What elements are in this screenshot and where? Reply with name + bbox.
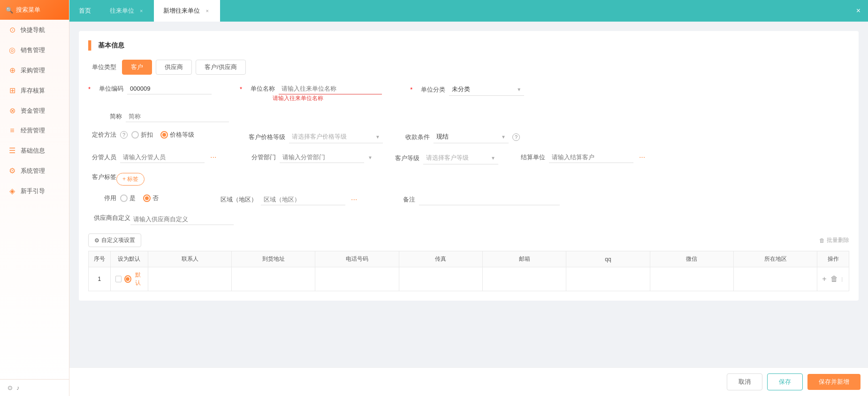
sales-icon: ◎ (8, 46, 17, 54)
sidebar-item-inventory[interactable]: ⊞ 库存核算 (0, 80, 69, 101)
disabled-row: 停用 是 否 区域（地区） ··· (88, 194, 849, 205)
dept-chevron-icon: ▼ (368, 155, 373, 160)
dept-label: 分管部门 (248, 153, 276, 162)
unit-name-label: 单位名称 (247, 85, 275, 93)
sidebar-bottom: ⊙ ♪ (0, 379, 69, 396)
sidebar-item-new-guide[interactable]: ◈ 新手引导 (0, 181, 69, 201)
customer-price-level-select[interactable]: 请选择客户价格等级 ▼ (289, 131, 383, 143)
sidebar-item-purchase-mgmt[interactable]: ⊕ 采购管理 (0, 60, 69, 80)
payment-terms-select[interactable]: 现结 ▼ (434, 131, 509, 143)
cancel-button[interactable]: 取消 (727, 373, 762, 390)
unit-info-row: * 单位编码 * 单位名称 请输入往来单位名称 (88, 83, 849, 102)
radio-price-level[interactable]: 价格等级 (160, 131, 194, 139)
custom-setting-button[interactable]: ⚙ 自定义项设置 (88, 233, 141, 247)
alias-row: 简称 (88, 111, 849, 122)
default-radio-circle (124, 275, 131, 283)
main-area: 首页 往来单位 × 新增往来单位 × × ▌ 基本信息 单位类型 客户 (69, 0, 868, 396)
table-toolbar: ⚙ 自定义项设置 🗑 批量删除 (88, 233, 849, 247)
cell-seq: 1 (89, 267, 111, 291)
region-more-btn[interactable]: ··· (349, 195, 359, 204)
sidebar-item-ops-mgmt[interactable]: ≡ 经营管理 (0, 121, 69, 140)
col-contact: 联系人 (148, 251, 231, 267)
supplier-custom-input[interactable] (130, 214, 234, 225)
delete-row-btn[interactable]: 🗑 (830, 275, 838, 283)
sidebar-item-label: 采购管理 (21, 66, 45, 75)
unit-btn-supplier[interactable]: 供应商 (156, 60, 192, 75)
payment-help-icon[interactable]: ? (512, 133, 520, 141)
pricing-method-label: 定价方法 (88, 131, 116, 139)
sidebar-item-sys-mgmt[interactable]: ⚙ 系统管理 (0, 161, 69, 181)
required-star-code: * (88, 85, 91, 93)
radio-yes-label: 是 (129, 194, 136, 202)
add-tag-button[interactable]: + 标签 (116, 173, 145, 186)
tab-contacts-close[interactable]: × (138, 7, 145, 15)
customer-price-level-label: 客户价格等级 (248, 133, 285, 141)
save-new-button[interactable]: 保存并新增 (807, 374, 860, 390)
category-chevron-icon: ▼ (517, 87, 521, 92)
unit-name-error: 请输入往来单位名称 (273, 95, 323, 101)
cell-email[interactable] (483, 267, 566, 291)
finance-icon: ⊗ (8, 106, 17, 115)
unit-code-input[interactable] (127, 83, 212, 94)
cell-contact[interactable] (148, 267, 231, 291)
tab-contacts[interactable]: 往来单位 × (100, 0, 154, 22)
sidebar-item-sales-mgmt[interactable]: ◎ 销售管理 (0, 40, 69, 60)
cell-wechat[interactable] (650, 267, 733, 291)
tab-new-contact-close[interactable]: × (204, 7, 210, 15)
sidebar-item-basic-info[interactable]: ☰ 基础信息 (0, 140, 69, 161)
manager-row: 分管人员 ··· 分管部门 ▼ 客户等级 请选择客户等级 ▼ (88, 152, 849, 164)
row-actions: + 🗑 | (822, 275, 844, 283)
radio-price-level-circle (160, 131, 168, 139)
radio-discount[interactable]: 折扣 (131, 131, 153, 139)
sound-icon: ♪ (16, 384, 20, 391)
cell-default: 默认 (110, 267, 148, 291)
batch-delete-button[interactable]: 🗑 批量删除 (819, 236, 849, 244)
radio-no-circle (143, 194, 151, 202)
dept-input[interactable] (280, 152, 364, 163)
alias-input[interactable] (126, 111, 229, 122)
sidebar-search[interactable]: 🔍 搜索菜单 (0, 0, 69, 20)
unit-btn-both[interactable]: 客户/供应商 (196, 60, 246, 75)
radio-no[interactable]: 否 (143, 194, 159, 202)
tab-new-contact[interactable]: 新增往来单位 × (154, 0, 220, 22)
cell-fax[interactable] (399, 267, 482, 291)
form-content: ▌ 基本信息 单位类型 客户 供应商 客户/供应商 * (79, 31, 859, 301)
tab-home[interactable]: 首页 (69, 0, 100, 22)
radio-yes[interactable]: 是 (120, 194, 136, 202)
sidebar-item-finance[interactable]: ⊗ 资金管理 (0, 101, 69, 121)
unit-btn-customer[interactable]: 客户 (122, 60, 152, 75)
unit-category-select[interactable]: 未分类 ▼ (449, 83, 524, 96)
cell-phone[interactable] (315, 267, 399, 291)
radio-yes-circle (120, 194, 128, 202)
settlement-unit-input[interactable] (549, 152, 633, 163)
settlement-more-btn[interactable]: ··· (637, 153, 647, 162)
row-checkbox[interactable] (115, 276, 122, 282)
cell-qq[interactable] (566, 267, 650, 291)
manager-more-btn[interactable]: ··· (208, 153, 218, 162)
unit-type-row: 单位类型 客户 供应商 客户/供应商 (88, 60, 849, 75)
region-input[interactable] (261, 194, 345, 205)
unit-name-input[interactable] (279, 83, 382, 94)
pricing-help-icon[interactable]: ? (120, 131, 128, 139)
settlement-unit-label: 结算单位 (517, 153, 545, 162)
remark-input[interactable] (419, 194, 560, 205)
ops-icon: ≡ (8, 126, 17, 135)
supplier-custom-row: 供应商自定义 (88, 214, 849, 225)
region-label: 区域（地区） (220, 195, 257, 204)
add-row-btn[interactable]: + (822, 275, 826, 283)
radio-discount-circle (131, 131, 139, 139)
col-default: 设为默认 (110, 251, 148, 267)
window-close-button[interactable]: × (849, 0, 868, 22)
customer-level-select[interactable]: 请选择客户等级 ▼ (423, 152, 498, 164)
sidebar-item-quick-nav[interactable]: ⊙ 快捷导航 (0, 20, 69, 40)
default-radio[interactable]: 默认 (124, 271, 143, 287)
manager-input[interactable] (120, 152, 205, 163)
unit-type-group: 客户 供应商 客户/供应商 (122, 60, 246, 75)
customer-price-level-placeholder: 请选择客户价格等级 (292, 132, 347, 141)
sidebar-item-label: 系统管理 (21, 167, 45, 175)
cell-region[interactable] (733, 267, 817, 291)
tab-home-label: 首页 (79, 7, 91, 15)
save-button[interactable]: 保存 (767, 373, 803, 390)
tab-contacts-label: 往来单位 (110, 7, 134, 15)
cell-delivery[interactable] (232, 267, 315, 291)
